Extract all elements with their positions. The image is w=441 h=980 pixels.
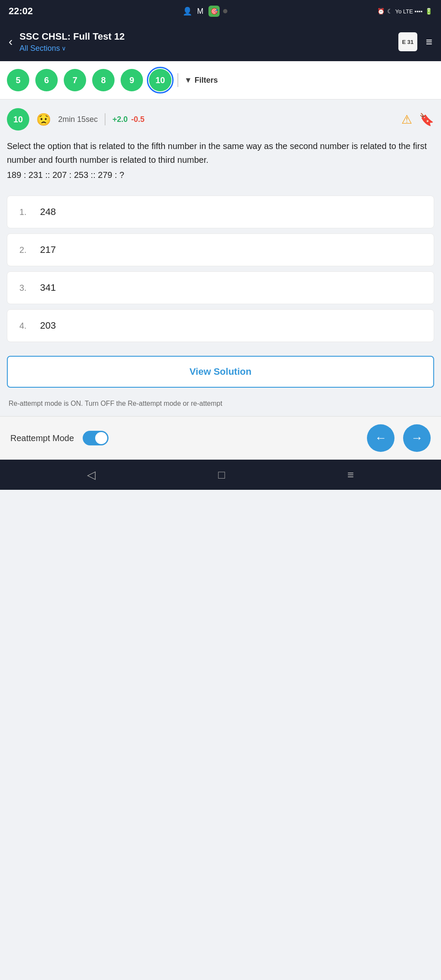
negative-marks: -0.5 [131, 115, 145, 124]
dot-icon [223, 9, 227, 13]
question-text: Select the option that is related to the… [7, 139, 434, 167]
reattempt-toggle[interactable] [83, 431, 109, 445]
question-formula: 189 : 231 :: 207 : 253 :: 279 : ? [7, 170, 434, 180]
marks-info: +2.0 -0.5 [112, 115, 145, 124]
status-time: 22:02 [9, 6, 33, 17]
option-3-number: 3. [19, 283, 31, 293]
reattempt-notice: Re-attempt mode is ON. Turn OFF the Re-a… [0, 395, 441, 416]
app-icon: 🎯 [208, 6, 220, 17]
sad-face-icon: 😟 [36, 112, 51, 127]
bookmark-icon[interactable]: 🔖 [419, 112, 434, 127]
status-right-icons: ⏰ ☾ Yo LTE ▪▪▪▪ 🔋 [377, 8, 432, 15]
bottom-bar: Reattempt Mode ← → [0, 416, 441, 460]
option-3-value: 341 [40, 282, 56, 293]
warning-icon[interactable]: ⚠ [401, 112, 412, 127]
view-solution-section: View Solution [0, 349, 441, 395]
option-1[interactable]: 1. 248 [7, 196, 434, 228]
sys-menu-icon[interactable]: ≡ [348, 468, 354, 482]
prev-button[interactable]: ← [367, 424, 394, 452]
next-button[interactable]: → [403, 424, 431, 452]
chevron-down-icon: ∨ [62, 45, 66, 52]
option-2[interactable]: 2. 217 [7, 233, 434, 266]
battery-icon: 🔋 [425, 8, 432, 15]
signal-icon: Yo LTE ▪▪▪▪ [395, 8, 422, 15]
question-nav-btn-5[interactable]: 5 [7, 69, 29, 91]
question-nav: 5 6 7 8 9 10 ▼ Filters [0, 61, 441, 100]
question-number-badge: 10 [7, 108, 29, 131]
filter-icon: ▼ [184, 76, 192, 85]
header: ‹ SSC CHSL: Full Test 12 All Sections ∨ … [0, 22, 441, 61]
time-spent: 2min 15sec [58, 115, 98, 124]
book-icon[interactable]: E 31 [398, 32, 417, 51]
question-nav-btn-6[interactable]: 6 [35, 69, 58, 91]
question-nav-btn-7[interactable]: 7 [64, 69, 86, 91]
alarm-icon: ⏰ [377, 8, 385, 15]
status-bar: 22:02 👤 M 🎯 ⏰ ☾ Yo LTE ▪▪▪▪ 🔋 [0, 0, 441, 22]
toggle-knob [95, 432, 107, 444]
status-icons: 👤 M 🎯 [183, 6, 227, 17]
question-meta: 10 😟 2min 15sec +2.0 -0.5 ⚠ 🔖 [7, 108, 434, 131]
reattempt-label: Reattempt Mode [10, 433, 74, 443]
question-meta-right: ⚠ 🔖 [401, 112, 434, 127]
filter-label: Filters [195, 76, 218, 85]
question-nav-btn-8[interactable]: 8 [92, 69, 115, 91]
person-icon: 👤 [183, 6, 192, 16]
filter-button[interactable]: ▼ Filters [184, 76, 218, 85]
header-actions: E 31 ≡ [398, 32, 432, 51]
nav-divider [177, 73, 178, 87]
system-nav: ◁ □ ≡ [0, 460, 441, 490]
moon-icon: ☾ [387, 8, 393, 15]
option-4-number: 4. [19, 321, 31, 331]
meta-divider [105, 113, 106, 125]
question-section: 10 😟 2min 15sec +2.0 -0.5 ⚠ 🔖 Select the… [0, 100, 441, 189]
question-nav-btn-9[interactable]: 9 [121, 69, 143, 91]
option-4-value: 203 [40, 320, 56, 331]
option-1-value: 248 [40, 206, 56, 218]
mail-icon: M [196, 6, 205, 16]
section-selector[interactable]: All Sections ∨ [19, 44, 391, 53]
menu-icon[interactable]: ≡ [426, 35, 432, 49]
question-nav-btn-10[interactable]: 10 [149, 69, 171, 91]
option-1-number: 1. [19, 207, 31, 217]
sys-back-icon[interactable]: ◁ [87, 468, 96, 482]
option-2-number: 2. [19, 245, 31, 255]
positive-marks: +2.0 [112, 115, 128, 124]
arrow-left-icon: ← [375, 431, 387, 445]
page-title: SSC CHSL: Full Test 12 [19, 31, 391, 43]
option-2-value: 217 [40, 244, 56, 255]
sys-home-icon[interactable]: □ [218, 468, 225, 482]
view-solution-button[interactable]: View Solution [7, 356, 434, 388]
header-title-group: SSC CHSL: Full Test 12 All Sections ∨ [19, 31, 391, 53]
option-4[interactable]: 4. 203 [7, 309, 434, 342]
section-label: All Sections [19, 44, 60, 53]
arrow-right-icon: → [411, 431, 423, 445]
option-3[interactable]: 3. 341 [7, 271, 434, 304]
options-section: 1. 248 2. 217 3. 341 4. 203 [0, 189, 441, 349]
back-button[interactable]: ‹ [9, 35, 12, 49]
